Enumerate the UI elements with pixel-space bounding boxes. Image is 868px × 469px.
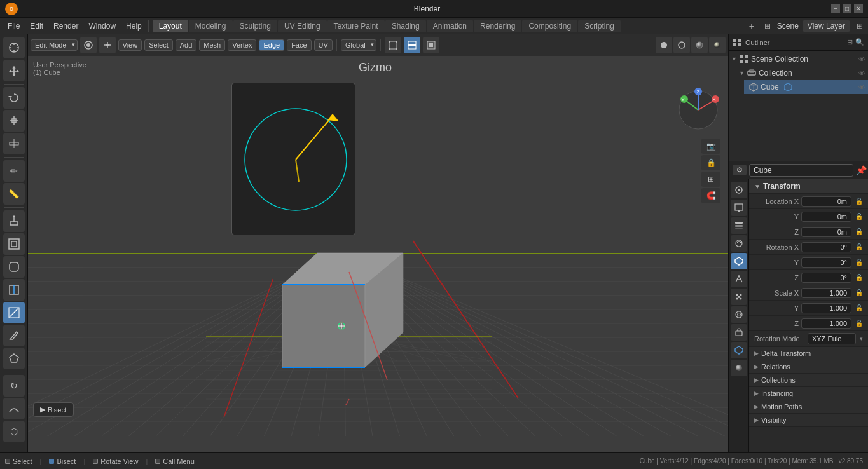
extrude-tool[interactable] — [3, 210, 25, 232]
tab-shading[interactable]: Shading — [385, 20, 426, 32]
cursor-tool[interactable] — [3, 37, 25, 58]
add-label[interactable]: Add — [176, 39, 197, 51]
viewport-gizmo-btn[interactable] — [99, 37, 116, 53]
scale-x-value[interactable]: 1.000 — [801, 288, 851, 298]
tab-uv-editing[interactable]: UV Editing — [278, 20, 327, 32]
tab-scripting[interactable]: Scripting — [578, 20, 621, 32]
tab-rendering[interactable]: Rendering — [474, 20, 521, 32]
smooth-tool[interactable] — [3, 398, 25, 419]
menu-file[interactable]: File — [3, 20, 25, 32]
view-layer-options-icon[interactable]: ⊞ — [854, 22, 865, 31]
inset-tool[interactable] — [3, 233, 25, 255]
annotate-tool[interactable]: ✏ — [3, 160, 25, 182]
viewport-3d-content[interactable]: User Perspective (1) Cube Gizmo X Y — [28, 56, 728, 436]
props-pin-btn[interactable]: 📌 — [856, 165, 867, 175]
mesh-label[interactable]: Mesh — [199, 39, 225, 51]
scale-tool[interactable] — [3, 110, 25, 132]
scale-y-lock[interactable]: 🔓 — [855, 304, 863, 311]
minimize-button[interactable]: − — [831, 4, 840, 13]
side-tab-object[interactable] — [731, 253, 747, 269]
view-layer-label[interactable]: View Layer — [803, 20, 850, 32]
menu-help[interactable]: Help — [121, 20, 147, 32]
transform-section-header[interactable]: ▼ Transform — [749, 179, 868, 194]
delta-transform-header[interactable]: ▶ Delta Transform — [749, 347, 868, 360]
face-select-btn[interactable] — [423, 37, 439, 53]
maximize-button[interactable]: □ — [843, 4, 851, 13]
tab-compositing[interactable]: Compositing — [522, 20, 577, 32]
rotation-x-value[interactable]: 0° — [801, 242, 851, 252]
side-tab-modifier[interactable] — [731, 271, 747, 287]
spin-tool[interactable]: ↻ — [3, 375, 25, 397]
grid-btn[interactable]: ⊞ — [701, 172, 720, 187]
rotation-z-value[interactable]: 0° — [801, 273, 851, 283]
scale-z-lock[interactable]: 🔓 — [855, 320, 863, 327]
side-tab-constraints[interactable] — [731, 324, 747, 341]
props-dropdown-btn[interactable]: ⚙ — [733, 165, 747, 175]
bevel-tool[interactable] — [3, 256, 25, 278]
location-z-lock[interactable]: 🔓 — [855, 228, 863, 235]
side-tab-render[interactable] — [731, 182, 747, 198]
rotation-z-lock[interactable]: 🔓 — [855, 274, 863, 281]
select-label[interactable]: Select — [144, 39, 173, 51]
scale-z-value[interactable]: 1.000 — [801, 318, 851, 329]
location-y-lock[interactable]: 🔓 — [855, 213, 863, 220]
edge-select-btn[interactable] — [404, 37, 420, 53]
move-tool[interactable] — [3, 60, 25, 81]
viewport-shading-solid[interactable] — [656, 37, 672, 53]
viewport-shading-rendered[interactable] — [709, 37, 726, 53]
cube-eye[interactable]: 👁 — [858, 83, 865, 91]
side-tab-particles[interactable] — [731, 289, 747, 305]
collection-row[interactable]: ▼ Collection 👁 — [736, 66, 868, 80]
location-y-value[interactable]: 0m — [801, 212, 851, 222]
side-tab-view-layer[interactable] — [731, 217, 747, 234]
tab-texture-paint[interactable]: Texture Paint — [327, 20, 385, 32]
cube-row[interactable]: Cube 👁 — [744, 80, 868, 94]
transform-tool[interactable] — [3, 133, 25, 154]
camera-view-btn[interactable]: 📷 — [701, 139, 720, 154]
collection-eye[interactable]: 👁 — [858, 69, 865, 77]
loop-cut-tool[interactable] — [3, 279, 25, 301]
shrink-fatten-tool[interactable]: ⬡ — [3, 421, 25, 442]
axis-gizmo-widget[interactable]: X Y Z — [676, 88, 720, 132]
view-label[interactable]: View — [118, 39, 142, 51]
side-tab-scene[interactable] — [731, 235, 747, 252]
uv-label[interactable]: UV — [314, 39, 333, 51]
viewport[interactable]: Edit Mode View Select Add Mesh Vertex Ed… — [28, 34, 728, 452]
menu-render[interactable]: Render — [48, 20, 83, 32]
props-object-name-input[interactable] — [749, 164, 853, 177]
location-z-value[interactable]: 0m — [801, 227, 851, 237]
tab-layout[interactable]: Layout — [153, 20, 188, 32]
location-x-lock[interactable]: 🔓 — [855, 198, 863, 205]
rotation-y-lock[interactable]: 🔓 — [855, 259, 863, 266]
motion-paths-header[interactable]: ▶ Motion Paths — [749, 400, 868, 413]
tab-animation[interactable]: Animation — [427, 20, 473, 32]
scene-collection-row[interactable]: ▼ Scene Collection 👁 — [729, 52, 868, 66]
measure-tool[interactable]: 📏 — [3, 183, 25, 205]
bisect-popup[interactable]: ▶ Bisect — [33, 402, 74, 417]
outliner-search-btn[interactable]: 🔍 — [855, 38, 864, 46]
face-label[interactable]: Face — [287, 39, 311, 51]
side-tab-materials[interactable] — [731, 360, 747, 376]
side-tab-data[interactable] — [731, 342, 747, 358]
scale-y-value[interactable]: 1.000 — [801, 303, 851, 313]
menu-edit[interactable]: Edit — [25, 20, 48, 32]
location-x-value[interactable]: 0m — [801, 196, 851, 207]
relations-header[interactable]: ▶ Relations — [749, 360, 868, 373]
edit-mode-dropdown[interactable]: Edit Mode — [31, 39, 78, 51]
vertex-label[interactable]: Vertex — [228, 39, 256, 51]
viewport-shading-wireframe[interactable] — [673, 37, 690, 53]
scale-x-lock[interactable]: 🔓 — [855, 289, 863, 296]
viewport-overlay-btn[interactable] — [80, 37, 97, 53]
bottom-select[interactable]: Select — [5, 458, 32, 465]
bottom-bisect[interactable]: Bisect — [49, 458, 76, 465]
menu-window[interactable]: Window — [83, 20, 121, 32]
snap-btn[interactable]: 🧲 — [701, 188, 720, 203]
tab-sculpting[interactable]: Sculpting — [233, 20, 277, 32]
bottom-rotate-view[interactable]: Rotate View — [93, 458, 138, 465]
viewport-shading-material[interactable] — [691, 37, 708, 53]
collections-header[interactable]: ▶ Collections — [749, 374, 868, 386]
poly-build-tool[interactable] — [3, 348, 25, 369]
edge-label[interactable]: Edge — [259, 39, 284, 51]
visibility-header[interactable]: ▶ Visibility — [749, 414, 868, 426]
tab-modeling[interactable]: Modeling — [189, 20, 233, 32]
